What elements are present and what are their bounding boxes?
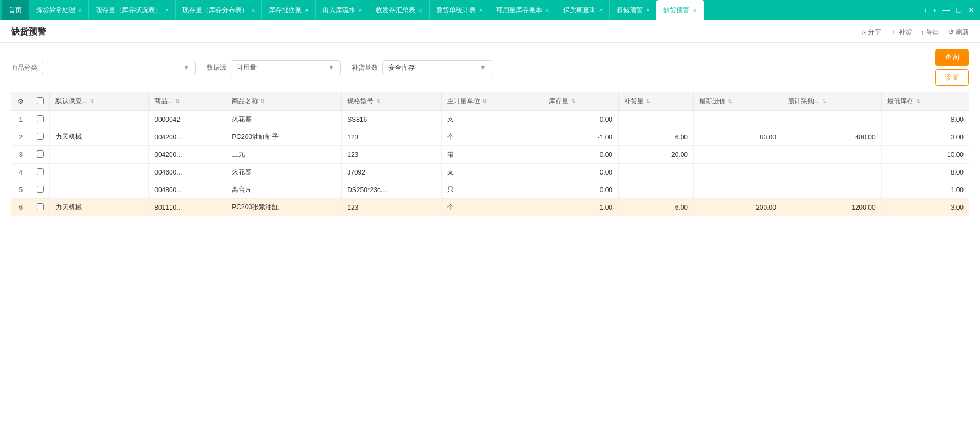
sort-icon-stock[interactable]: ⇅	[571, 98, 575, 104]
row-num-5: 6	[11, 199, 31, 216]
col-label-replenish: 补货量	[624, 97, 644, 106]
col-header-unit[interactable]: 主计量单位⇅	[442, 92, 543, 111]
sort-icon-latest_price[interactable]: ⇅	[728, 98, 732, 104]
select-all-checkbox[interactable]	[37, 97, 44, 104]
row-checkbox-3[interactable]	[31, 164, 49, 181]
cell-est_purchase-5: 1200.00	[782, 199, 881, 216]
share-button[interactable]: ⎘ 分享	[862, 27, 881, 37]
refresh-button[interactable]: ↺ 刷新	[948, 27, 969, 37]
tab-item-2[interactable]: 现存量（库存状况表）×	[89, 0, 175, 20]
sort-icon-goods_name[interactable]: ⇅	[260, 98, 265, 104]
cell-goods_code-4: 004800...	[149, 181, 226, 199]
tab-item-5[interactable]: 出入库流水×	[316, 0, 369, 20]
col-header-checkbox	[31, 92, 49, 111]
tab-close-11[interactable]: ×	[693, 7, 696, 13]
sort-icon-unit[interactable]: ⇅	[482, 98, 487, 104]
col-header-min_stock[interactable]: 最低库存⇅	[881, 92, 969, 111]
col-label-stock: 库存量	[549, 97, 569, 106]
table-row: 2力天机械004200...PC200油缸缸子123个-1.006.0080.0…	[11, 128, 969, 146]
checkbox-input-2[interactable]	[37, 150, 44, 158]
tab-item-4[interactable]: 库存批次账×	[262, 0, 315, 20]
datasource-select[interactable]: 可用量 ▼	[231, 60, 341, 75]
col-header-spec[interactable]: 规格型号⇅	[342, 92, 442, 111]
tab-item-8[interactable]: 可用量库存账本×	[489, 0, 556, 20]
col-header-replenish[interactable]: 补货量⇅	[619, 92, 694, 111]
row-checkbox-0[interactable]	[31, 111, 49, 128]
cell-stock-5: -1.00	[543, 199, 619, 216]
gear-icon[interactable]: ⚙	[18, 98, 24, 105]
window-close-btn[interactable]: ✕	[965, 0, 978, 20]
col-label-spec: 规格型号	[347, 97, 374, 106]
tab-item-3[interactable]: 现存量（库存分布表）×	[176, 0, 262, 20]
checkbox-input-4[interactable]	[37, 186, 44, 193]
row-checkbox-2[interactable]	[31, 146, 49, 164]
datasource-chevron-icon: ▼	[328, 64, 335, 71]
col-header-est_purchase[interactable]: 预计采购...⇅	[782, 92, 881, 111]
cell-min_stock-3: 8.00	[881, 164, 969, 181]
tab-item-9[interactable]: 保质期查询×	[556, 0, 610, 20]
sort-icon-goods_code[interactable]: ⇅	[175, 98, 180, 104]
cell-supplier-5: 力天机械	[49, 199, 149, 216]
tab-close-6[interactable]: ×	[419, 7, 422, 13]
tab-close-7[interactable]: ×	[479, 7, 482, 13]
sort-icon-est_purchase[interactable]: ⇅	[822, 98, 826, 104]
col-label-unit: 主计量单位	[447, 97, 480, 106]
checkbox-input-1[interactable]	[37, 133, 44, 140]
tab-item-1[interactable]: 拣货异常处理×	[29, 0, 89, 20]
col-header-supplier[interactable]: 默认供应...⇅	[49, 92, 149, 111]
tab-prev-btn[interactable]: ‹	[921, 0, 930, 20]
checkbox-input-0[interactable]	[37, 115, 44, 122]
replenish-base-select[interactable]: 安全库存 ▼	[382, 60, 492, 75]
checkbox-input-3[interactable]	[37, 168, 44, 175]
cell-replenish-4	[619, 181, 694, 199]
cell-replenish-0	[619, 111, 694, 128]
tab-next-btn[interactable]: ›	[930, 0, 939, 20]
tab-close-9[interactable]: ×	[599, 7, 603, 13]
tab-close-8[interactable]: ×	[545, 7, 549, 13]
row-num-3: 4	[11, 164, 31, 181]
col-header-goods_code[interactable]: 商品...⇅	[149, 92, 226, 111]
tab-item-11[interactable]: 缺货预警×	[656, 0, 703, 20]
replenish-button[interactable]: ＋ 补货	[890, 27, 912, 37]
sort-icon-spec[interactable]: ⇅	[376, 98, 380, 104]
tab-close-10[interactable]: ×	[646, 7, 649, 13]
tab-close-2[interactable]: ×	[165, 7, 168, 13]
col-header-latest_price[interactable]: 最新进价⇅	[694, 92, 782, 111]
tab-item-10[interactable]: 超储预警×	[610, 0, 656, 20]
cell-unit-4: 只	[442, 181, 543, 199]
window-minimize-btn[interactable]: —	[939, 0, 954, 20]
sort-icon-supplier[interactable]: ⇅	[90, 98, 94, 104]
checkbox-input-5[interactable]	[37, 203, 44, 210]
cell-supplier-1: 力天机械	[49, 128, 149, 146]
tab-close-3[interactable]: ×	[252, 7, 255, 13]
cell-spec-5: 123	[342, 199, 442, 216]
tab-item-6[interactable]: 收发存汇总表×	[369, 0, 429, 20]
cell-replenish-2: 20.00	[619, 146, 694, 164]
cell-latest_price-4	[694, 181, 782, 199]
category-select[interactable]: ▼	[42, 61, 196, 74]
category-label: 商品分类	[11, 63, 37, 72]
cell-supplier-3	[49, 164, 149, 181]
window-maximize-btn[interactable]: □	[954, 0, 965, 20]
col-header-stock[interactable]: 库存量⇅	[543, 92, 619, 111]
row-checkbox-1[interactable]	[31, 128, 49, 146]
tab-item-7[interactable]: 要货单统计表×	[430, 0, 489, 20]
row-checkbox-5[interactable]	[31, 199, 49, 216]
tab-close-5[interactable]: ×	[359, 7, 362, 13]
col-header-goods_name[interactable]: 商品名称⇅	[226, 92, 342, 111]
cell-spec-2: 123	[342, 146, 442, 164]
export-button[interactable]: ↑ 导出	[921, 27, 939, 37]
sort-icon-min_stock[interactable]: ⇅	[916, 98, 920, 104]
header-actions: ⎘ 分享 ＋ 补货 ↑ 导出 ↺ 刷新	[862, 27, 969, 37]
cell-stock-1: -1.00	[543, 128, 619, 146]
tab-close-4[interactable]: ×	[305, 7, 308, 13]
row-checkbox-4[interactable]	[31, 181, 49, 199]
tab-close-1[interactable]: ×	[79, 7, 82, 13]
query-button[interactable]: 查询	[935, 49, 969, 66]
settings-button[interactable]: 设置	[935, 69, 969, 86]
sort-icon-replenish[interactable]: ⇅	[646, 98, 650, 104]
cell-latest_price-0	[694, 111, 782, 128]
table-row: 6力天机械801110...PC200张紧油缸123个-1.006.00200.…	[11, 199, 969, 216]
cell-goods_name-2: 三九	[226, 146, 342, 164]
tab-item-0[interactable]: 首页	[2, 0, 29, 20]
